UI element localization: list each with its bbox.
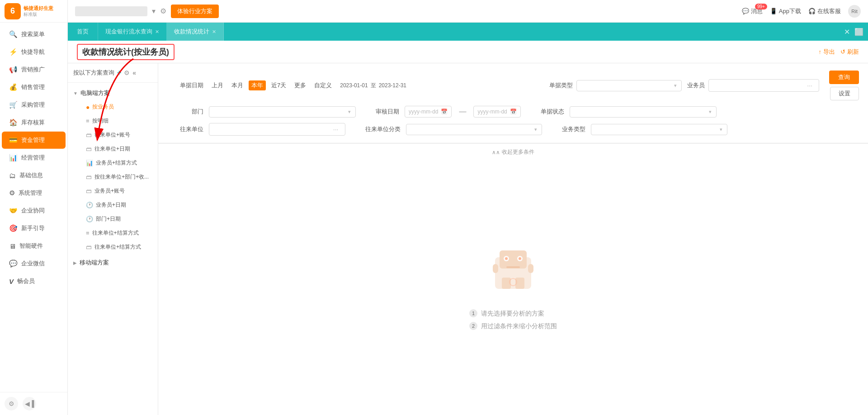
sidebar-item-baseinfo[interactable]: 🗂 基础信息: [2, 167, 66, 184]
scheme-item-salesperson-payment[interactable]: 📊 业务员+结算方式: [73, 156, 158, 170]
partner-select[interactable]: ···: [209, 123, 345, 136]
desktop-group-title[interactable]: ▼ 电脑端方案: [68, 86, 158, 100]
date-to: 2023-12-31: [379, 82, 406, 89]
query-button[interactable]: 查询: [829, 71, 859, 84]
service-icon: 🎧: [808, 8, 816, 14]
svg-rect-8: [528, 264, 533, 273]
business-type-select[interactable]: ▾: [591, 124, 727, 135]
app-download-area[interactable]: 📱 App下载: [770, 7, 801, 15]
collapse-panel-icon[interactable]: «: [132, 69, 136, 76]
guide-icon: 🎯: [9, 224, 18, 232]
date-option-7days[interactable]: 近7天: [269, 80, 289, 90]
tab-close-collect[interactable]: ✕: [212, 29, 216, 35]
vip-icon: V: [9, 278, 14, 285]
partner-category-select[interactable]: ▾: [406, 124, 542, 135]
sidebar-item-search[interactable]: 🔍 搜索菜单: [2, 26, 66, 43]
doc-type-select[interactable]: ▾: [576, 80, 681, 91]
settings-button[interactable]: 设置: [830, 87, 859, 100]
scheme-item-by-salesperson[interactable]: ● 按业务员: [73, 100, 158, 114]
table-icon-1: 🗃: [86, 132, 92, 138]
date-range-display: 2023-01-01 至 2023-12-31: [340, 82, 406, 90]
mobile-group-title[interactable]: ▶ 移动端方案: [68, 256, 158, 269]
empty-tips: 1 请先选择要分析的方案 2 用过滤条件来缩小分析范围: [469, 307, 557, 332]
collapse-bar[interactable]: ∧∧ 收起更多条件: [158, 143, 868, 160]
scheme-item-partner-payment[interactable]: ≡ 往来单位+结算方式: [73, 226, 158, 240]
tab-close-bank[interactable]: ✕: [155, 29, 159, 35]
filter-actions: 查询 设置: [829, 71, 859, 100]
topbar-gear-icon[interactable]: ⚙: [160, 7, 166, 15]
scheme-item-by-detail[interactable]: ≡ 按明细: [73, 114, 158, 128]
sidebar-item-newguide[interactable]: 🎯 新手引导: [2, 220, 66, 237]
salesperson-select[interactable]: ···: [708, 79, 819, 92]
data-empty-area: 1 请先选择要分析的方案 2 用过滤条件来缩小分析范围: [158, 160, 868, 415]
sidebar-item-inventory[interactable]: 🏠 库存核算: [2, 114, 66, 131]
doc-status-chevron-icon: ▾: [709, 109, 712, 115]
table-icon-3: 🗃: [86, 174, 92, 180]
flash-icon: ⚡: [9, 48, 18, 56]
refresh-button[interactable]: ↺ 刷新: [840, 48, 859, 56]
scheme-settings-icon[interactable]: ⚙: [124, 69, 130, 76]
collapse-sidebar-icon[interactable]: ◀▐: [23, 397, 36, 410]
date-option-this-year[interactable]: 本年: [249, 80, 266, 90]
date-option-this-month[interactable]: 本月: [229, 80, 246, 90]
tab-home[interactable]: 首页: [68, 23, 98, 41]
active-scheme-icon: ●: [86, 104, 90, 111]
calendar-icon-from: 📅: [441, 108, 448, 115]
sidebar-item-sales[interactable]: 💰 销售管理: [2, 79, 66, 96]
more-options-icon[interactable]: ···: [805, 82, 814, 89]
sidebar-item-marketing[interactable]: 📢 营销推广: [2, 61, 66, 78]
settings-bottom-icon[interactable]: ⚙: [5, 397, 18, 410]
scheme-header: 按以下方案查询 + ⚙ «: [68, 63, 158, 83]
date-option-custom[interactable]: 自定义: [311, 80, 335, 90]
main-area: ▾ ⚙ 体验行业方案 💬 消息 99+ 📱 App下载 🎧 在线客服 Rit: [68, 0, 868, 415]
doc-type-label: 单据类型: [549, 81, 573, 90]
scheme-item-partner-account[interactable]: 🗃 往来单位+账号: [73, 128, 158, 142]
sidebar-item-finance[interactable]: 💳 资金管理: [2, 132, 66, 149]
audit-date-from[interactable]: yyyy-mm-dd 📅: [405, 106, 452, 118]
scheme-item-partner-dept[interactable]: 🗃 按往来单位+部门+收...: [73, 170, 158, 184]
tab-bank[interactable]: 现金银行流水查询 ✕: [98, 23, 167, 41]
tip-item-1: 1 请先选择要分析的方案: [469, 307, 557, 320]
date-options: 上月 本月 本年 近7天 更多 自定义: [209, 80, 335, 90]
tab-collect[interactable]: 收款情况统计 ✕: [167, 23, 224, 41]
chart-icon-2: 📊: [86, 160, 93, 166]
page-title: 收款情况统计(按业务员): [77, 44, 175, 60]
sidebar-item-hardware[interactable]: 🖥 智能硬件: [2, 237, 66, 255]
notification-area[interactable]: 💬 消息 99+: [742, 7, 763, 15]
close-window-icon[interactable]: ✕: [844, 28, 850, 36]
date-option-more[interactable]: 更多: [292, 80, 309, 90]
sidebar-item-purchase[interactable]: 🛒 采购管理: [2, 96, 66, 113]
topbar-dropdown-icon[interactable]: ▾: [152, 7, 156, 15]
collapse-icon: ∧∧: [492, 149, 500, 156]
online-service-area[interactable]: 🎧 在线客服: [808, 7, 841, 15]
partner-more-icon[interactable]: ···: [331, 126, 340, 133]
date-option-last-month[interactable]: 上月: [209, 80, 226, 90]
scheme-item-partner-date[interactable]: 🗃 往来单位+日期: [73, 142, 158, 156]
trial-button[interactable]: 体验行业方案: [171, 5, 219, 18]
export-button[interactable]: ↑ 导出: [819, 48, 835, 56]
add-scheme-icon[interactable]: +: [117, 69, 121, 77]
finance-icon: 💳: [9, 136, 18, 144]
clock-icon-2: 🕐: [86, 216, 93, 222]
sidebar-item-system[interactable]: ⚙ 系统管理: [2, 184, 66, 202]
doc-status-select[interactable]: ▾: [570, 106, 717, 118]
sidebar-item-operation[interactable]: 📊 经营管理: [2, 149, 66, 166]
scheme-item-salesperson-date[interactable]: 🕐 业务员+日期: [73, 198, 158, 212]
sidebar-item-wechat[interactable]: 💬 企业微信: [2, 255, 66, 272]
sidebar-item-enterprise[interactable]: 🤝 企业协同: [2, 202, 66, 219]
scheme-item-salesperson-account[interactable]: 🗃 业务员+账号: [73, 184, 158, 198]
user-avatar[interactable]: Rit: [848, 5, 861, 18]
sidebar-item-shortcut[interactable]: ⚡ 快捷导航: [2, 43, 66, 61]
scheme-item-partner-payment2[interactable]: 🗃 往来单位+结算方式: [73, 240, 158, 254]
sidebar-item-member[interactable]: V 畅会员: [2, 273, 66, 290]
date-dash: —: [457, 108, 468, 116]
svg-rect-6: [506, 266, 520, 268]
single-date-label: 单据日期: [167, 81, 203, 90]
maximize-window-icon[interactable]: ⬜: [854, 28, 863, 36]
calendar-icon-to: 📅: [510, 108, 517, 115]
audit-date-to[interactable]: yyyy-mm-dd 📅: [473, 106, 520, 118]
scheme-item-dept-date[interactable]: 🕐 部门+日期: [73, 212, 158, 226]
dept-select[interactable]: ▾: [209, 106, 356, 118]
desktop-scheme-items: ● 按业务员 ≡ 按明细 🗃 往来单位+账号 🗃: [73, 100, 158, 254]
tip-item-2: 2 用过滤条件来缩小分析范围: [469, 320, 557, 332]
